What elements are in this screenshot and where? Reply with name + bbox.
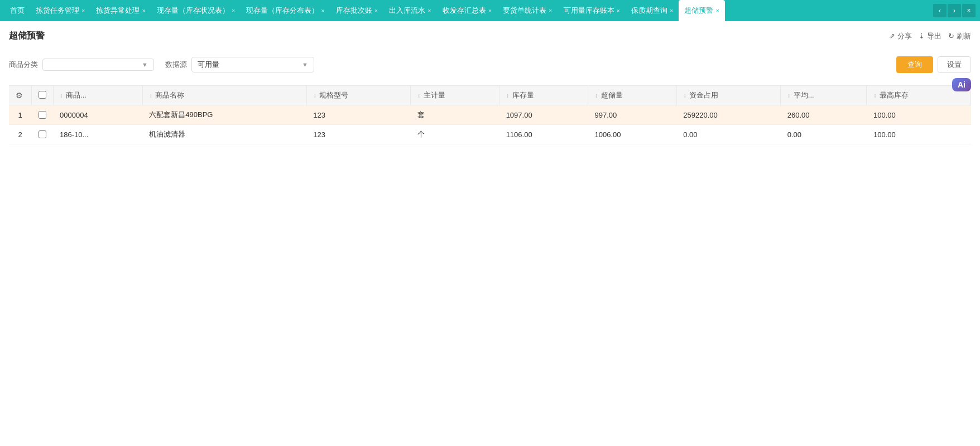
sort-icon-name: ↕ xyxy=(150,93,152,99)
sort-icon-stock: ↕ xyxy=(506,93,509,99)
settings-button[interactable]: 设置 xyxy=(938,56,971,73)
nav-stock-dist[interactable]: 现存量（库存分布表） × xyxy=(241,0,330,21)
page-title: 超储预警 xyxy=(9,30,45,42)
ai-badge[interactable]: Ai xyxy=(952,78,971,91)
sort-icon-over: ↕ xyxy=(595,93,598,99)
col-capital-header: ↕ 资金占用 xyxy=(676,86,780,105)
row1-checkbox-cell xyxy=(31,105,53,125)
row1-avg-price: 260.00 xyxy=(781,105,867,125)
nav-pick-abnormal[interactable]: 拣货异常处理 × xyxy=(90,0,151,21)
col-spec-header: ↕ 规格型号 xyxy=(306,86,410,105)
sort-icon-avg: ↕ xyxy=(787,93,790,99)
select-all-checkbox[interactable] xyxy=(39,91,46,99)
table-row: 2 186-10... 机油滤清器 123 个 1106.00 1006.00 … xyxy=(9,125,971,144)
nav-shelf-life[interactable]: 保质期查询 × xyxy=(626,0,679,21)
sort-icon-maxstock: ↕ xyxy=(873,93,876,99)
category-select[interactable]: ▼ xyxy=(42,59,154,71)
share-action[interactable]: ⇗ 分享 xyxy=(889,31,912,41)
nav-prev-button[interactable]: ‹ xyxy=(933,4,947,17)
nav-arrows: ‹ › × xyxy=(932,4,976,17)
row1-unit: 套 xyxy=(411,105,499,125)
col-unit-header: ↕ 主计量 xyxy=(411,86,499,105)
sort-icon-capital: ↕ xyxy=(684,93,686,99)
export-icon: ⇣ xyxy=(919,32,925,40)
row1-spec: 123 xyxy=(306,105,410,125)
filter-bar: 商品分类 ▼ 数据源 可用量 ▼ 查询 设置 xyxy=(9,51,971,79)
refresh-icon: ↻ xyxy=(948,32,954,40)
row1-capital: 259220.00 xyxy=(676,105,780,125)
top-navigation: 首页 拣货任务管理 × 拣货异常处理 × 现存量（库存状况表） × 现存量（库存… xyxy=(0,0,980,21)
datasource-filter: 数据源 可用量 ▼ xyxy=(165,57,314,72)
nav-close-all-button[interactable]: × xyxy=(962,4,976,17)
col-avg-header: ↕ 平均... xyxy=(781,86,867,105)
col-sku-name-header: ↕ 商品名称 xyxy=(142,86,306,105)
category-chevron-icon: ▼ xyxy=(142,61,148,68)
row2-avg-price: 0.00 xyxy=(781,125,867,144)
nav-home[interactable]: 首页 xyxy=(4,0,30,21)
row1-sku-code: 0000004 xyxy=(53,105,142,125)
nav-close-stock-dist[interactable]: × xyxy=(321,7,324,14)
query-button[interactable]: 查询 xyxy=(896,56,933,73)
row2-checkbox-cell xyxy=(31,125,53,144)
export-action[interactable]: ⇣ 导出 xyxy=(919,31,941,41)
page-header: 超储预警 ⇗ 分享 ⇣ 导出 ↻ 刷新 xyxy=(9,30,971,42)
datasource-label: 数据源 xyxy=(165,60,187,70)
nav-inout-flow[interactable]: 出入库流水 × xyxy=(383,0,436,21)
row2-index: 2 xyxy=(9,125,31,144)
table-header: ⚙ ↕ 商品... ↕ 商品名称 ↕ 规格型号 ↕ xyxy=(9,86,971,105)
data-table: ⚙ ↕ 商品... ↕ 商品名称 ↕ 规格型号 ↕ xyxy=(9,85,971,144)
row2-stock-qty: 1106.00 xyxy=(499,125,588,144)
nav-requisition[interactable]: 要货单统计表 × xyxy=(497,0,558,21)
nav-pick-task[interactable]: 拣货任务管理 × xyxy=(30,0,90,21)
datasource-value: 可用量 xyxy=(198,60,219,70)
nav-close-pick-task[interactable]: × xyxy=(81,7,85,14)
row1-over-qty: 997.00 xyxy=(588,105,676,125)
datasource-chevron-icon: ▼ xyxy=(302,61,308,68)
row2-spec: 123 xyxy=(306,125,410,144)
nav-stock-status[interactable]: 现存量（库存状况表） × xyxy=(151,0,241,21)
sort-icon-unit: ↕ xyxy=(417,93,420,99)
row2-sku-name: 机油滤清器 xyxy=(142,125,306,144)
col-stock-header: ↕ 库存量 xyxy=(499,86,588,105)
nav-close-pick-abnormal[interactable]: × xyxy=(142,7,145,14)
row2-max-stock: 100.00 xyxy=(867,125,971,144)
row2-sku-code: 186-10... xyxy=(53,125,142,144)
sort-icon-spec: ↕ xyxy=(314,93,316,99)
row1-max-stock: 100.00 xyxy=(867,105,971,125)
nav-close-shelf-life[interactable]: × xyxy=(670,7,673,14)
row1-stock-qty: 1097.00 xyxy=(499,105,588,125)
table-body: 1 0000004 六配套新昌490BPG 123 套 1097.00 997.… xyxy=(9,105,971,144)
col-over-header: ↕ 超储量 xyxy=(588,86,676,105)
row1-checkbox[interactable] xyxy=(39,111,46,119)
category-label: 商品分类 xyxy=(9,60,38,70)
main-content: 超储预警 ⇗ 分享 ⇣ 导出 ↻ 刷新 商品分类 ▼ 数据源 xyxy=(0,21,980,446)
nav-batch-account[interactable]: 库存批次账 × xyxy=(330,0,383,21)
row2-checkbox[interactable] xyxy=(39,130,46,138)
col-gear-header: ⚙ xyxy=(9,86,31,105)
nav-overstock[interactable]: 超储预警 × xyxy=(679,0,724,21)
filter-actions: 查询 设置 xyxy=(896,56,971,73)
col-sku-code-header: ↕ 商品... xyxy=(53,86,142,105)
gear-icon[interactable]: ⚙ xyxy=(16,91,23,100)
row2-unit: 个 xyxy=(411,125,499,144)
datasource-select[interactable]: 可用量 ▼ xyxy=(191,57,314,72)
nav-close-stock-status[interactable]: × xyxy=(232,7,235,14)
nav-close-summary[interactable]: × xyxy=(488,7,492,14)
refresh-action[interactable]: ↻ 刷新 xyxy=(948,31,971,41)
sort-icon-sku: ↕ xyxy=(60,93,63,99)
nav-close-inout-flow[interactable]: × xyxy=(427,7,431,14)
header-row: ⚙ ↕ 商品... ↕ 商品名称 ↕ 规格型号 ↕ xyxy=(9,86,971,105)
nav-close-avail-account[interactable]: × xyxy=(617,7,620,14)
row2-over-qty: 1006.00 xyxy=(588,125,676,144)
row2-capital: 0.00 xyxy=(676,125,780,144)
nav-next-button[interactable]: › xyxy=(948,4,961,17)
nav-summary[interactable]: 收发存汇总表 × xyxy=(437,0,497,21)
nav-close-batch-account[interactable]: × xyxy=(374,7,378,14)
nav-avail-account[interactable]: 可用量库存账本 × xyxy=(558,0,626,21)
table-row: 1 0000004 六配套新昌490BPG 123 套 1097.00 997.… xyxy=(9,105,971,125)
share-icon: ⇗ xyxy=(889,32,895,40)
row1-index: 1 xyxy=(9,105,31,125)
nav-close-overstock[interactable]: × xyxy=(715,7,719,14)
nav-close-requisition[interactable]: × xyxy=(549,7,552,14)
col-checkbox-header xyxy=(31,86,53,105)
